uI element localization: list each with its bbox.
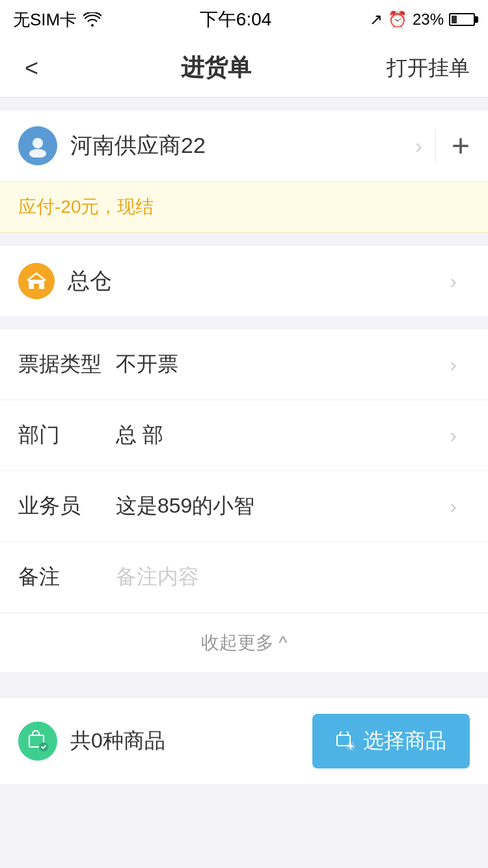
select-product-label: 选择商品 [363, 727, 446, 755]
form-section: 票据类型 不开票 › 部门 总 部 › 业务员 这是859的小智 › 备注 备注… [0, 329, 488, 672]
add-supplier-button[interactable]: + [452, 130, 470, 161]
status-bar: 无SIM卡 下午6:04 ↗ ⏰ 23% [0, 0, 488, 39]
warehouse-icon-wrap [18, 263, 55, 299]
warning-text: 应付-20元，现结 [18, 197, 154, 217]
status-time: 下午6:04 [200, 7, 272, 32]
salesman-row[interactable]: 业务员 这是859的小智 › [0, 471, 488, 542]
warehouse-row[interactable]: 总仓 › [0, 246, 488, 316]
supplier-avatar [18, 126, 57, 165]
warehouse-card: 总仓 › [0, 246, 488, 316]
note-label: 备注 [18, 563, 103, 591]
supplier-name: 河南供应商22 [70, 131, 415, 161]
warning-banner: 应付-20元，现结 [0, 182, 488, 233]
section-gap-2 [0, 685, 488, 698]
status-carrier: 无SIM卡 [13, 8, 102, 31]
select-product-button[interactable]: 选择商品 [312, 714, 470, 768]
product-count: 共0种商品 [70, 727, 312, 755]
collapse-label: 收起更多 ^ [201, 632, 288, 653]
select-product-icon [336, 731, 355, 751]
dept-chevron-icon: › [450, 424, 457, 448]
alarm-icon: ⏰ [388, 10, 407, 29]
nav-bar: < 进货单 打开挂单 [0, 39, 488, 98]
open-pending-button[interactable]: 打开挂单 [386, 54, 470, 83]
product-bar: 共0种商品 选择商品 [0, 698, 488, 784]
battery-percent: 23% [413, 10, 444, 29]
product-icon [27, 730, 49, 752]
battery-icon [449, 13, 475, 26]
section-gap-1 [0, 98, 488, 111]
vertical-divider [435, 129, 436, 162]
supplier-chevron-icon: › [415, 134, 422, 158]
dept-row[interactable]: 部门 总 部 › [0, 400, 488, 471]
back-button[interactable]: < [18, 48, 45, 88]
invoice-label: 票据类型 [18, 350, 103, 379]
svg-rect-3 [34, 284, 39, 289]
wifi-icon [83, 12, 102, 27]
warehouse-name: 总仓 [68, 266, 450, 296]
person-icon [26, 134, 49, 157]
invoice-value: 不开票 [103, 350, 450, 379]
warehouse-chevron-icon: › [450, 269, 457, 293]
dept-label: 部门 [18, 421, 103, 450]
salesman-value: 这是859的小智 [103, 492, 450, 521]
supplier-card: 河南供应商22 › + 应付-20元，现结 [0, 111, 488, 233]
warehouse-icon [26, 271, 47, 292]
note-placeholder: 备注内容 [103, 563, 470, 591]
salesman-chevron-icon: › [450, 495, 457, 519]
svg-point-1 [29, 149, 46, 157]
salesman-label: 业务员 [18, 492, 103, 521]
carrier-text: 无SIM卡 [13, 8, 77, 31]
invoice-row[interactable]: 票据类型 不开票 › [0, 329, 488, 400]
note-row[interactable]: 备注 备注内容 [0, 542, 488, 613]
dept-value: 总 部 [103, 421, 450, 450]
location-icon: ↗ [370, 10, 383, 29]
invoice-chevron-icon: › [450, 353, 457, 377]
svg-point-0 [33, 138, 43, 148]
status-icons: ↗ ⏰ 23% [370, 10, 475, 29]
product-icon-wrap [18, 722, 57, 761]
page-title: 进货单 [181, 52, 251, 84]
collapse-button[interactable]: 收起更多 ^ [0, 613, 488, 672]
supplier-row[interactable]: 河南供应商22 › + [0, 111, 488, 182]
